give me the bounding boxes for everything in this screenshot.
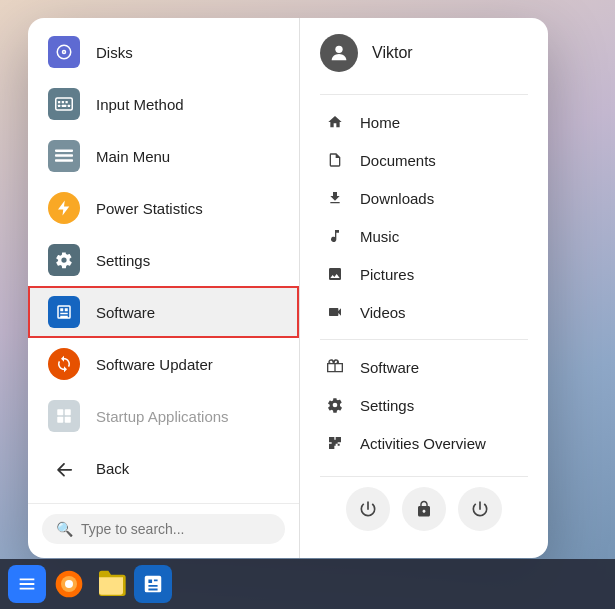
right-label-pictures: Pictures: [360, 266, 414, 283]
user-section: Viktor: [320, 34, 528, 72]
svg-rect-11: [55, 154, 73, 156]
action-buttons: [320, 476, 528, 531]
menu-item-software[interactable]: Software: [28, 286, 299, 338]
divider-1: [320, 94, 528, 95]
taskbar-icon-firefox[interactable]: [50, 565, 88, 603]
lock-button[interactable]: [402, 487, 446, 531]
pictures-icon: [324, 263, 346, 285]
menu-label-settings: Settings: [96, 252, 150, 269]
svg-rect-5: [62, 101, 64, 103]
right-item-downloads[interactable]: Downloads: [320, 179, 528, 217]
right-item-documents[interactable]: Documents: [320, 141, 528, 179]
startup-applications-icon: [48, 400, 80, 432]
menu-label-software: Software: [96, 304, 155, 321]
right-panel: Viktor Home Documents Downloads: [300, 18, 548, 558]
menu-item-software-updater[interactable]: Software Updater: [28, 338, 299, 390]
search-box: 🔍: [42, 514, 285, 544]
app-popup: Disks Input Method: [28, 18, 548, 558]
menu-label-main-menu: Main Menu: [96, 148, 170, 165]
power-statistics-icon: [48, 192, 80, 224]
menu-label-power-statistics: Power Statistics: [96, 200, 203, 217]
software-updater-icon: [48, 348, 80, 380]
menu-item-settings[interactable]: Settings: [28, 234, 299, 286]
right-label-documents: Documents: [360, 152, 436, 169]
right-label-downloads: Downloads: [360, 190, 434, 207]
search-icon: 🔍: [56, 521, 73, 537]
menu-label-startup-applications: Startup Applications: [96, 408, 229, 425]
user-name: Viktor: [372, 44, 413, 62]
menu-item-back[interactable]: Back: [28, 442, 299, 494]
svg-rect-16: [65, 417, 71, 423]
input-method-icon: [48, 88, 80, 120]
avatar: [320, 34, 358, 72]
right-label-videos: Videos: [360, 304, 406, 321]
svg-rect-15: [57, 417, 63, 423]
back-icon: [48, 452, 80, 484]
right-item-activities[interactable]: Activities Overview: [320, 424, 528, 462]
right-label-software: Software: [360, 359, 419, 376]
svg-rect-13: [57, 409, 63, 415]
right-item-home[interactable]: Home: [320, 103, 528, 141]
taskbar-icon-zorin[interactable]: [8, 565, 46, 603]
right-label-activities: Activities Overview: [360, 435, 486, 452]
taskbar-icon-files[interactable]: [92, 565, 130, 603]
svg-rect-7: [58, 105, 60, 107]
home-icon: [324, 111, 346, 133]
right-label-settings: Settings: [360, 397, 414, 414]
left-panel: Disks Input Method: [28, 18, 300, 558]
svg-rect-4: [58, 101, 60, 103]
menu-item-disks[interactable]: Disks: [28, 26, 299, 78]
settings-icon: [48, 244, 80, 276]
menu-item-main-menu[interactable]: Main Menu: [28, 130, 299, 182]
svg-rect-3: [56, 98, 73, 110]
search-area: 🔍: [28, 503, 299, 558]
svg-point-2: [63, 51, 65, 53]
divider-2: [320, 339, 528, 340]
menu-label-software-updater: Software Updater: [96, 356, 213, 373]
right-item-settings[interactable]: Settings: [320, 386, 528, 424]
svg-point-20: [65, 580, 73, 588]
suspend-button[interactable]: [346, 487, 390, 531]
software-icon: [48, 296, 80, 328]
right-label-home: Home: [360, 114, 400, 131]
search-input[interactable]: [81, 521, 271, 537]
menu-label-input-method: Input Method: [96, 96, 184, 113]
right-item-videos[interactable]: Videos: [320, 293, 528, 331]
power-button[interactable]: [458, 487, 502, 531]
svg-rect-12: [55, 159, 73, 161]
taskbar-icon-software[interactable]: [134, 565, 172, 603]
menu-label-disks: Disks: [96, 44, 133, 61]
svg-rect-10: [55, 149, 73, 151]
right-settings-icon: [324, 394, 346, 416]
right-software-icon: [324, 356, 346, 378]
svg-rect-14: [65, 409, 71, 415]
menu-item-power-statistics[interactable]: Power Statistics: [28, 182, 299, 234]
documents-icon: [324, 149, 346, 171]
videos-icon: [324, 301, 346, 323]
main-menu-icon: [48, 140, 80, 172]
right-item-pictures[interactable]: Pictures: [320, 255, 528, 293]
downloads-icon: [324, 187, 346, 209]
svg-rect-8: [62, 105, 67, 107]
activities-icon: [324, 432, 346, 454]
menu-item-input-method[interactable]: Input Method: [28, 78, 299, 130]
svg-point-17: [335, 46, 342, 53]
right-item-software[interactable]: Software: [320, 348, 528, 386]
svg-rect-9: [68, 105, 70, 107]
svg-rect-6: [66, 101, 68, 103]
right-item-music[interactable]: Music: [320, 217, 528, 255]
menu-list: Disks Input Method: [28, 18, 299, 503]
menu-item-startup-applications: Startup Applications: [28, 390, 299, 442]
right-label-music: Music: [360, 228, 399, 245]
taskbar: [0, 559, 615, 609]
disks-icon: [48, 36, 80, 68]
music-icon: [324, 225, 346, 247]
menu-label-back: Back: [96, 460, 129, 477]
